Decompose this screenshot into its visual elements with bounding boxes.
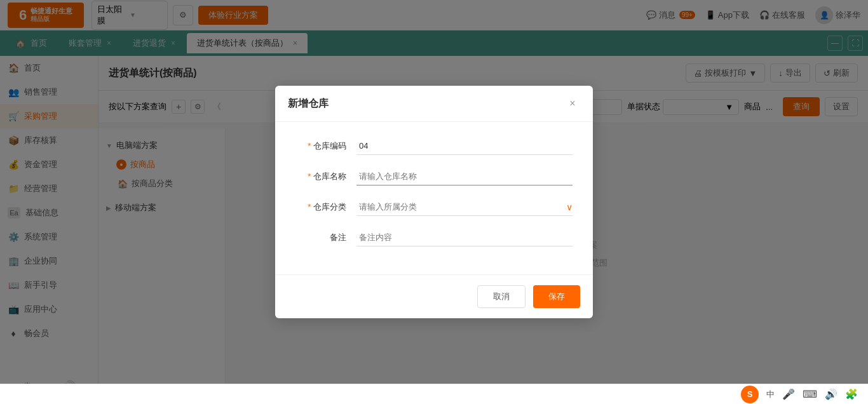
form-row-name: 仓库名称 xyxy=(295,168,573,185)
category-label: 仓库分类 xyxy=(295,201,346,213)
modal-overlay: 新增仓库 × 仓库编码 04 仓库名称 仓库分类 xyxy=(0,0,868,404)
category-select-wrapper: ∨ xyxy=(356,198,573,216)
note-input[interactable] xyxy=(356,229,573,246)
modal-header: 新增仓库 × xyxy=(275,86,593,122)
save-btn[interactable]: 保存 xyxy=(533,285,580,308)
cancel-btn[interactable]: 取消 xyxy=(477,285,526,308)
form-row-code: 仓库编码 04 xyxy=(295,137,573,155)
volume-icon: 🔊 xyxy=(825,388,837,400)
puzzle-icon: 🧩 xyxy=(845,388,858,400)
note-input-wrapper xyxy=(356,229,573,246)
modal-footer: 取消 保存 xyxy=(275,274,593,318)
name-input-wrapper xyxy=(356,168,573,185)
name-input[interactable] xyxy=(356,168,573,185)
form-row-category: 仓库分类 ∨ xyxy=(295,198,573,216)
category-input[interactable] xyxy=(356,198,566,215)
form-row-note: 备注 xyxy=(295,229,573,246)
s-icon: S xyxy=(741,386,759,403)
mic-icon: 🎤 xyxy=(782,388,795,400)
modal-close-btn[interactable]: × xyxy=(565,96,580,111)
code-value: 04 xyxy=(359,141,368,151)
name-label: 仓库名称 xyxy=(295,171,346,182)
category-dropdown-arrow[interactable]: ∨ xyxy=(566,202,573,212)
modal-body: 仓库编码 04 仓库名称 仓库分类 ∨ xyxy=(275,122,593,274)
cn-text: 中 xyxy=(766,389,775,400)
keyboard-icon: ⌨ xyxy=(803,388,817,400)
modal-title: 新增仓库 xyxy=(288,97,565,111)
note-label: 备注 xyxy=(295,232,346,243)
add-warehouse-modal: 新增仓库 × 仓库编码 04 仓库名称 仓库分类 xyxy=(275,86,593,318)
code-label: 仓库编码 xyxy=(295,140,346,152)
